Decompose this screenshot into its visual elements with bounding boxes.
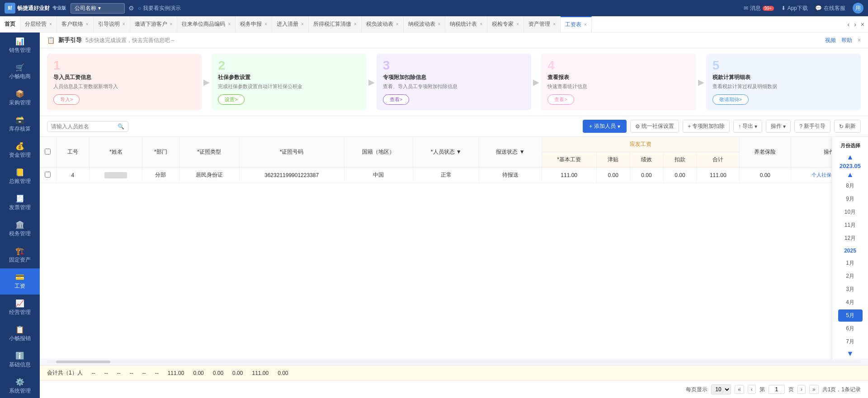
sidebar-item-expense[interactable]: 📋 小畅报销 (0, 321, 40, 347)
month-item-7[interactable]: 7月 (838, 336, 863, 348)
month-item-6[interactable]: 6月 (838, 323, 863, 335)
sidebar-item-system[interactable]: ⚙️ 系统管理 (0, 373, 40, 398)
sidebar-item-invoice[interactable]: 🧾 发票管理 (0, 190, 40, 216)
search-icon[interactable]: 🔍 (118, 123, 124, 130)
month-picker-year[interactable]: 2023.05 (840, 162, 861, 170)
month-item-9[interactable]: 9月 (838, 193, 863, 205)
guide-video-btn[interactable]: 视频 (825, 37, 836, 44)
row-checkbox-cell[interactable] (40, 168, 56, 183)
action-btn[interactable]: 操作 ▾ (766, 120, 791, 133)
app-download-btn[interactable]: ⬇ App下载 (781, 5, 808, 12)
special-deduction-btn[interactable]: + 专项附加扣除 (683, 120, 730, 133)
month-down-btn[interactable]: ▼ (844, 349, 857, 358)
demo-btn[interactable]: ○ 我要看实例演示 (138, 5, 181, 12)
tab-close-icon[interactable]: × (170, 22, 173, 27)
month-item-4[interactable]: 4月 (838, 296, 863, 309)
sidebar-item-sales[interactable]: 📊 销售管理 (0, 33, 40, 59)
tab-invite[interactable]: 邀请下游客户 × (130, 16, 178, 32)
tab-close-icon[interactable]: × (301, 22, 304, 27)
company-selector[interactable]: 公司名称 ▾ (71, 3, 125, 14)
export-btn[interactable]: ↑ 导出 ▾ (733, 120, 762, 133)
tab-close-icon[interactable]: × (228, 22, 231, 27)
month-item-2[interactable]: 2月 (838, 270, 863, 282)
step-3-btn[interactable]: 查看> (383, 94, 409, 105)
sidebar-item-tax[interactable]: 🏛️ 税务管理 (0, 216, 40, 242)
filter-icon-2[interactable]: ▼ (519, 149, 525, 155)
guide-close-btn[interactable]: × (858, 37, 861, 43)
search-wrap[interactable]: 🔍 (47, 121, 128, 132)
tab-tax-burden[interactable]: 税负波动表 × (362, 16, 404, 32)
tab-income-tax[interactable]: 所得税汇算清缴 × (309, 16, 362, 32)
month-item-10[interactable]: 10月 (838, 206, 863, 218)
tab-close-icon[interactable]: × (49, 22, 52, 27)
tab-close-icon[interactable]: × (86, 22, 89, 27)
step-1-btn[interactable]: 导入> (53, 94, 80, 105)
tab-close-icon[interactable]: × (516, 22, 519, 27)
month-up-btn[interactable]: ▲ (844, 170, 857, 179)
tab-home[interactable]: 首页 (0, 16, 20, 32)
sidebar-item-operations[interactable]: 📈 经营管理 (0, 295, 40, 321)
month-item-12[interactable]: 12月 (838, 232, 863, 244)
tab-roster[interactable]: 进入清册 × (272, 16, 309, 32)
refresh-btn[interactable]: ↻ 刷新 (834, 120, 861, 133)
tab-close-icon[interactable]: × (396, 22, 399, 27)
sidebar-item-finance[interactable]: 💰 资金管理 (0, 137, 40, 164)
tab-tax-wave[interactable]: 纳税波动表 × (404, 16, 446, 32)
tab-tax-expert[interactable]: 税检专家 × (487, 16, 524, 32)
message-btn[interactable]: ✉ 消息 99+ (744, 5, 774, 12)
month-item-3[interactable]: 3月 (838, 283, 863, 295)
tab-customer[interactable]: 客户联络 × (57, 16, 94, 32)
tab-close-icon[interactable]: × (438, 22, 441, 27)
filter-icon[interactable]: ▼ (456, 149, 462, 155)
sidebar-item-assets[interactable]: 🏗️ 固定资产 (0, 242, 40, 268)
sidebar-item-inventory[interactable]: 🗃️ 库存核算 (0, 111, 40, 137)
tab-close-icon[interactable]: × (123, 22, 125, 27)
social-insurance-settings-btn[interactable]: ⚙ 统一社保设置 (630, 120, 679, 133)
avatar[interactable]: 用 (853, 3, 863, 14)
add-person-btn[interactable]: + 添加人员 ▾ (583, 120, 627, 133)
action-personal-insurance[interactable]: 个人社保 (811, 172, 831, 178)
tab-close-icon[interactable]: × (584, 22, 587, 27)
last-page-btn[interactable]: » (809, 385, 819, 394)
online-service-btn[interactable]: 💬 在线客服 (815, 5, 845, 12)
month-item-11[interactable]: 11月 (838, 219, 863, 231)
horizontal-scrollbar[interactable] (47, 361, 861, 363)
sidebar-item-purchase[interactable]: 📦 采购管理 (0, 85, 40, 111)
tab-product-code[interactable]: 往来单位商品编码 × (177, 16, 236, 32)
row-checkbox[interactable] (45, 172, 51, 178)
newbie-guide-btn[interactable]: ? 新手引导 (794, 120, 830, 133)
prev-page-btn[interactable]: ‹ (748, 385, 756, 394)
step-4-btn[interactable]: 查看> (547, 94, 574, 105)
month-item-5[interactable]: 5月 (838, 309, 863, 322)
tab-assets[interactable]: 资产管理 × (524, 16, 561, 32)
tab-layered-ops[interactable]: 分层经营 × (20, 16, 57, 32)
step-5-btn[interactable]: 敬请期待> (712, 94, 749, 105)
month-year-prev-btn[interactable]: ▲ (844, 153, 857, 162)
tab-close-icon[interactable]: × (354, 22, 357, 27)
sidebar-item-basic-info[interactable]: ℹ️ 基础信息 (0, 347, 40, 373)
sidebar-item-ecommerce[interactable]: 🛒 小畅电商 (0, 59, 40, 85)
scrollbar-thumb[interactable] (56, 361, 110, 363)
first-page-btn[interactable]: « (735, 385, 744, 394)
search-input[interactable] (51, 123, 116, 130)
month-year-2025[interactable]: 2025 (838, 245, 863, 256)
tab-guide[interactable]: 引导说明 × (94, 16, 130, 32)
step-2-btn[interactable]: 设置> (218, 94, 244, 105)
tab-close-icon[interactable]: × (264, 22, 267, 27)
tab-close-icon[interactable]: × (480, 22, 482, 27)
checkbox-all[interactable] (45, 149, 51, 155)
tab-next-btn[interactable]: › (852, 20, 858, 29)
next-page-btn[interactable]: › (797, 385, 806, 394)
guide-help-btn[interactable]: 帮助 (841, 37, 852, 44)
tab-tax-report[interactable]: 税务申报 × (236, 16, 272, 32)
month-item-1[interactable]: 1月 (838, 257, 863, 269)
tab-close-all-btn[interactable]: × (859, 20, 866, 29)
settings-icon[interactable]: ⚙ (128, 5, 134, 12)
sidebar-item-ledger[interactable]: 📒 总账管理 (0, 164, 40, 190)
per-page-select[interactable]: 10 20 50 (711, 384, 731, 394)
tab-close-icon[interactable]: × (553, 22, 556, 27)
tab-payroll[interactable]: 工资表 × (561, 16, 592, 32)
page-number-input[interactable] (769, 385, 785, 394)
checkbox-all-header[interactable] (40, 137, 56, 168)
tab-prev-btn[interactable]: ‹ (845, 20, 851, 29)
